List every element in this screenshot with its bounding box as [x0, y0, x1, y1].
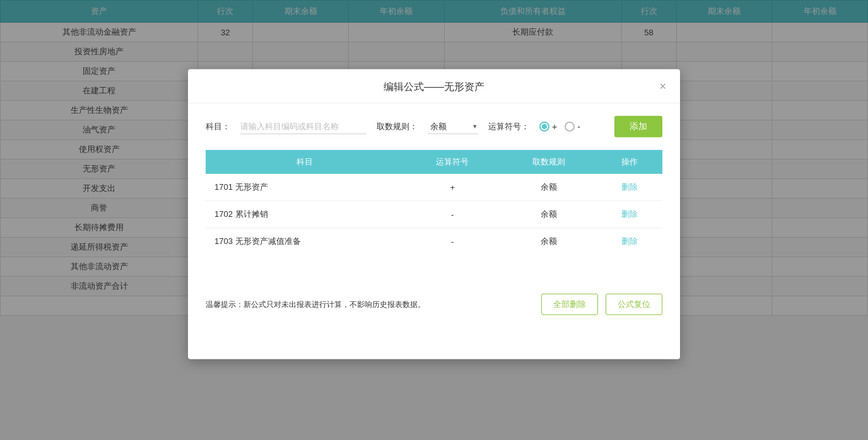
delete-row-link[interactable]: 删除 [621, 236, 638, 246]
formula-operator: - [404, 200, 501, 228]
rule-select[interactable]: 余额 借方发生额 贷方发生额 [428, 119, 478, 134]
formula-action: 删除 [597, 228, 662, 255]
modal-footer: 温馨提示：新公式只对未出报表进行计算，不影响历史报表数据。 全部删除 公式复位 [188, 286, 680, 328]
add-button[interactable]: 添加 [614, 116, 662, 137]
radio-plus[interactable]: + [539, 122, 557, 132]
formula-row: 1703 无形资产减值准备-余额删除 [206, 228, 662, 255]
delete-row-link[interactable]: 删除 [621, 209, 638, 219]
footer-buttons: 全部删除 公式复位 [541, 294, 662, 315]
radio-minus-circle [565, 122, 575, 132]
th-subject: 科目 [206, 150, 404, 174]
formula-row: 1701 无形资产+余额删除 [206, 174, 662, 201]
subject-input[interactable] [240, 119, 367, 134]
radio-minus-label: - [577, 122, 580, 132]
table-header-row: 科目 运算符号 取数规则 操作 [206, 150, 662, 174]
th-rule: 取数规则 [501, 150, 597, 174]
th-action: 操作 [597, 150, 662, 174]
formula-rule: 余额 [501, 228, 597, 255]
formula-action: 删除 [597, 174, 662, 201]
formula-table: 科目 运算符号 取数规则 操作 1701 无形资产+余额删除1702 累计摊销-… [206, 150, 662, 255]
formula-subject: 1701 无形资产 [206, 174, 404, 201]
delete-row-link[interactable]: 删除 [621, 182, 638, 192]
radio-minus[interactable]: - [565, 122, 580, 132]
modal-header: 编辑公式——无形资产 × [188, 69, 680, 103]
radio-plus-circle [539, 122, 549, 132]
reset-formula-button[interactable]: 公式复位 [606, 294, 662, 315]
operator-radio-group: + - [539, 122, 580, 132]
rule-label: 取数规则： [377, 121, 418, 132]
footer-hint: 温馨提示：新公式只对未出报表进行计算，不影响历史报表数据。 [206, 299, 425, 310]
subject-label: 科目： [206, 121, 230, 132]
formula-form-row: 科目： 取数规则： 余额 借方发生额 贷方发生额 ▾ 运算符号： + [206, 116, 662, 137]
th-operator: 运算符号 [404, 150, 501, 174]
modal-title: 编辑公式——无形资产 [384, 81, 484, 94]
close-button[interactable]: × [655, 79, 670, 93]
formula-rule: 余额 [501, 174, 597, 201]
delete-all-button[interactable]: 全部删除 [541, 294, 598, 315]
radio-plus-label: + [552, 122, 557, 132]
formula-subject: 1703 无形资产减值准备 [206, 228, 404, 255]
formula-operator: - [404, 228, 501, 255]
footer-hint-text: 温馨提示：新公式只对未出报表进行计算，不影响历史报表数据。 [206, 299, 425, 308]
operator-label: 运算符号： [488, 121, 529, 132]
formula-action: 删除 [597, 200, 662, 228]
edit-formula-modal: 编辑公式——无形资产 × 科目： 取数规则： 余额 借方发生额 贷方发生额 ▾ … [188, 69, 680, 359]
rule-select-wrapper: 余额 借方发生额 贷方发生额 ▾ [428, 119, 478, 134]
formula-row: 1702 累计摊销-余额删除 [206, 200, 662, 228]
modal-body: 科目： 取数规则： 余额 借方发生额 贷方发生额 ▾ 运算符号： + [188, 103, 680, 286]
formula-rule: 余额 [501, 200, 597, 228]
formula-subject: 1702 累计摊销 [206, 200, 404, 228]
formula-operator: + [404, 174, 501, 201]
